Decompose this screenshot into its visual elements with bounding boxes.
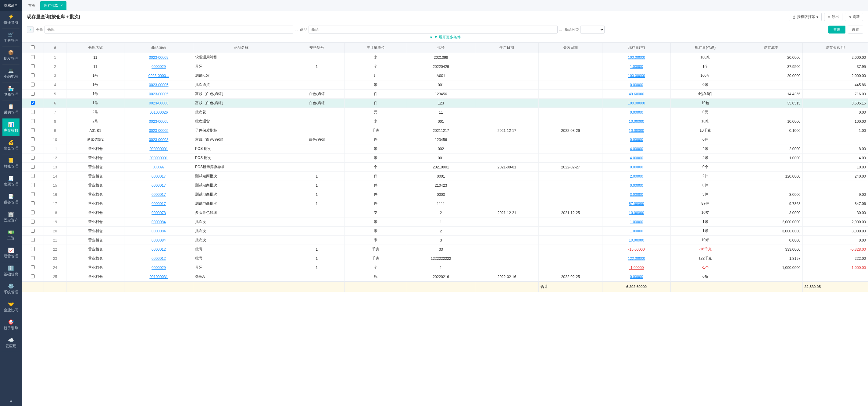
sidebar-item-guide[interactable]: 🎯新手引导 [2, 316, 20, 334]
sidebar-item-retail[interactable]: 🛒零售管理 [2, 29, 20, 46]
warehouse-input[interactable] [44, 26, 293, 34]
table-row[interactable]: 61号0023-00008富诚（白色/奶棕）白色/奶棕件123100.00000… [22, 99, 868, 108]
row-checkbox[interactable] [31, 101, 35, 105]
row-checkbox[interactable] [31, 210, 35, 214]
row-checkbox[interactable] [31, 219, 35, 224]
row-checkbox[interactable] [31, 92, 35, 96]
table-row[interactable]: 25营业档仓001000031鲜鱼A瓶202202162022-02-16202… [22, 272, 868, 282]
sidebar-item-finance[interactable]: 💰资金管理 [2, 136, 20, 155]
cell-0[interactable] [22, 90, 44, 99]
cell-0[interactable] [22, 108, 44, 117]
sidebar-item-tax[interactable]: 📑税务管理 [2, 190, 20, 208]
cell-0[interactable] [22, 245, 44, 254]
sidebar-item-purchase[interactable]: 📋采购管理 [2, 101, 20, 119]
sidebar-item-inventory[interactable]: 📊库存核数 [2, 119, 20, 136]
row-checkbox[interactable] [31, 256, 35, 260]
cell-0[interactable] [22, 227, 44, 236]
table-row[interactable]: 20营业档仓0000084批次次米21.000001米3,000.00003,0… [22, 227, 868, 236]
tab-0[interactable]: 首页 [24, 1, 39, 10]
sidebar-item-cloud[interactable]: ☁️云应用 [2, 334, 20, 352]
row-checkbox[interactable] [31, 82, 35, 87]
table-row[interactable]: 18营业档仓0000078多头异色软线支22021-12-212021-12-2… [22, 208, 868, 217]
row-checkbox[interactable] [31, 73, 35, 77]
cell-0[interactable] [22, 163, 44, 172]
select-all-checkbox[interactable] [31, 45, 35, 49]
table-row[interactable]: 31号0023-0000...测试批次斤A001100.00000100斤20.… [22, 71, 868, 80]
sidebar-item-quick-nav[interactable]: ⚡快捷导航 [2, 11, 20, 29]
sidebar-item-system[interactable]: ⚙️系统管理 [2, 280, 20, 298]
product-input[interactable] [309, 26, 557, 34]
cell-0[interactable] [22, 99, 44, 108]
cell-0[interactable] [22, 254, 44, 263]
table-row[interactable]: 41号0023-00005批次通货米0010.000000米445.86 [22, 80, 868, 90]
row-checkbox[interactable] [31, 265, 35, 269]
row-checkbox[interactable] [31, 192, 35, 196]
cell-0[interactable] [22, 172, 44, 181]
row-checkbox[interactable] [31, 183, 35, 187]
row-checkbox[interactable] [31, 165, 35, 169]
sidebar-item-invoice[interactable]: 🧾发票管理 [2, 172, 20, 190]
row-checkbox[interactable] [31, 247, 35, 251]
table-row[interactable]: 82号0023-00005批次通货米00110.0000010米10.00001… [22, 117, 868, 126]
table-row[interactable]: 24营业档仓0000029景际1个1-1.00000-1个1,000.0000-… [22, 263, 868, 272]
cell-0[interactable] [22, 62, 44, 71]
table-row[interactable]: 2110000029景际1个202204291.000001个37.950037… [22, 62, 868, 71]
cell-0[interactable] [22, 190, 44, 199]
sidebar-logo[interactable]: 搜索菜单 [0, 0, 22, 11]
table-row[interactable]: 15营业档仓0000017测试电商批次1件2104230.000000件 [22, 181, 868, 190]
cell-0[interactable] [22, 208, 44, 217]
sidebar-item-ecommerce-small[interactable]: 💻小融电商 [2, 65, 20, 82]
expand-more-button[interactable]: ▼ ▼ 展开更多条件 [27, 35, 863, 40]
tab-close-icon[interactable]: ✕ [60, 1, 63, 10]
sidebar-item-management[interactable]: 📈经营管理 [2, 244, 20, 262]
table-row[interactable]: 13营业档仓000097POS显示库存异常个202109012021-09-01… [22, 163, 868, 172]
sidebar-item-ledger[interactable]: 📒总账管理 [2, 155, 20, 172]
table-row[interactable]: 10测试选货20023-00008富诚（白色/奶棕）白色/奶棕件1234560.… [22, 135, 868, 144]
row-checkbox[interactable] [31, 64, 35, 68]
sidebar-item-cooperation[interactable]: 🤝企业协同 [2, 298, 20, 316]
sidebar-item-ecommerce[interactable]: 🏪电商管理 [2, 82, 20, 101]
row-checkbox[interactable] [31, 128, 35, 132]
table-row[interactable]: 51号0023-00005富诚（白色/奶棕）白色/奶棕件12345649.600… [22, 90, 868, 99]
row-checkbox[interactable] [31, 137, 35, 141]
table-row[interactable]: 17营业档仓0000017测试电商批次1件111187.0000087件9.73… [22, 199, 868, 208]
row-checkbox[interactable] [31, 119, 35, 123]
cell-0[interactable] [22, 53, 44, 62]
table-row[interactable]: 23营业档仓0000012批号1千克1222222222122.00000122… [22, 254, 868, 263]
table-row[interactable]: 14营业档仓0000017测试电商批次1件00012.000002件120.00… [22, 172, 868, 181]
table-row[interactable]: 11营业档仓000900001POS 批次米0024.000004米2.0000… [22, 144, 868, 154]
category-select[interactable] [580, 26, 604, 34]
row-checkbox[interactable] [31, 229, 35, 233]
table-row[interactable]: 19营业档仓0000084批次次米11.000001米2,000.00002,0… [22, 217, 868, 227]
sidebar-item-wholesale[interactable]: 📦批发管理 [2, 46, 20, 65]
cell-0[interactable] [22, 272, 44, 282]
cell-0[interactable] [22, 117, 44, 126]
table-row[interactable]: 22营业档仓0000012批号1千克33-16.00000-16千克333.00… [22, 245, 868, 254]
row-checkbox[interactable] [31, 274, 35, 278]
table-row[interactable]: 21营业档仓0000084批次次米310.0000010米0.00000.00 [22, 236, 868, 245]
row-checkbox[interactable] [31, 201, 35, 205]
sidebar-item-basic-info[interactable]: ℹ️基础信息 [2, 262, 20, 280]
print-button[interactable]: 🖨 按模版打印 ▾ [789, 13, 822, 21]
row-checkbox[interactable] [31, 174, 35, 178]
cell-0[interactable] [22, 217, 44, 227]
cell-0[interactable] [22, 126, 44, 135]
row-checkbox[interactable] [31, 238, 35, 242]
cell-0[interactable] [22, 71, 44, 80]
expand-toggle[interactable]: › [27, 26, 34, 33]
export-button[interactable]: ⬆ 导出 [824, 13, 842, 21]
table-row[interactable]: 72号001000026批次花元110.000000元0.00 [22, 108, 868, 117]
row-checkbox[interactable] [31, 146, 35, 150]
cell-0[interactable] [22, 80, 44, 90]
row-checkbox[interactable] [31, 156, 35, 160]
table-row[interactable]: 12营业档仓000900001POS 批次米0014.000004米1.0000… [22, 154, 868, 163]
table-row[interactable]: 16营业档仓0000017测试电商批次1件00033.000003件3.0000… [22, 190, 868, 199]
cell-0[interactable] [22, 181, 44, 190]
cell-0[interactable] [22, 135, 44, 144]
filter-settings-button[interactable]: 设置 [848, 26, 863, 34]
search-button[interactable]: 查询 [828, 26, 845, 34]
settings-icon[interactable]: ⚙ [0, 396, 22, 406]
sidebar-item-salary[interactable]: 💵工资 [2, 226, 20, 244]
cell-0[interactable] [22, 236, 44, 245]
tab-1[interactable]: 库存批次✕ [40, 1, 66, 10]
